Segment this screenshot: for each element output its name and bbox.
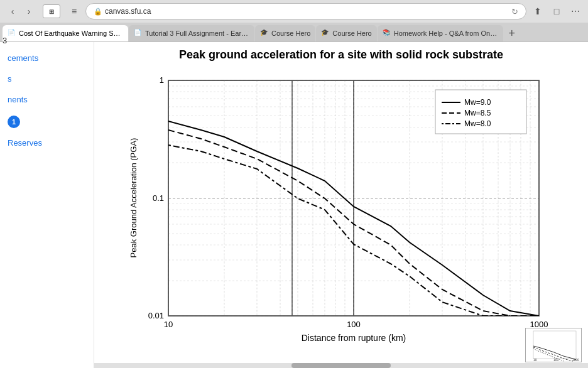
sidebar: cements s nents 1 Reserves [0,42,94,368]
notification-badge: 1 [8,116,20,128]
tab-label-2: Tutorial 3 Full Assignment - Earthquake … [145,30,249,37]
sidebar-item-components[interactable]: nents [0,90,94,111]
tab-3[interactable]: 🎓 Course Hero [255,25,315,41]
y-tick-001: 0.01 [148,311,164,320]
tab-favicon-5: 📚 [383,29,391,38]
x-tick-10: 10 [164,320,173,329]
chart-title: Peak ground acceleration for a site with… [179,48,503,62]
bookmark-icon[interactable]: □ [549,4,564,19]
share-icon[interactable]: ⬆ [530,4,545,19]
sidebar-item-label-5: Reserves [8,138,42,148]
tab-2[interactable]: 📄 Tutorial 3 Full Assignment - Earthquak… [129,25,254,41]
sidebar-item-2[interactable]: s [0,69,94,90]
tab-1[interactable]: 📄 Cost Of Earthquake Warning System [3,25,128,41]
tab-label-3: Course Hero [271,30,310,37]
y-axis-label: Peak Ground Acceleration (PGA) [129,138,138,258]
page-number: 3 [3,36,7,45]
browser-toolbar: ‹ › ⊞ ≡ 🔒 canvas.sfu.ca ↻ ⬆ □ ⋯ [0,0,588,23]
sidebar-item-reserves[interactable]: Reserves [0,133,94,154]
tab-5[interactable]: 📚 Homework Help - Q&A from Online Tuto..… [378,25,503,41]
browser-chrome: ‹ › ⊞ ≡ 🔒 canvas.sfu.ca ↻ ⬆ □ ⋯ 📄 Cost O… [0,0,588,42]
x-axis-label: Distance from rupture (km) [302,333,406,343]
forward-button[interactable]: › [21,4,36,19]
sidebar-item-label-2: s [8,74,12,84]
tab-favicon-4: 🎓 [321,29,330,38]
sidebar-item-label-1: cements [8,53,38,63]
y-tick-01: 0.1 [153,193,164,203]
more-icon[interactable]: ⋯ [568,4,583,19]
url-text: canvas.sfu.ca [105,7,151,16]
x-tick-100: 100 [347,320,361,329]
tab-label-4: Course Hero [332,30,371,37]
lock-icon: 🔒 [94,8,102,16]
legend-label-mw80: Mw=8.0 [464,119,491,128]
tab-overview-icon[interactable]: ⊞ [43,4,60,18]
content-area: Peak ground acceleration for a site with… [94,42,588,368]
chart-svg: 1 0.1 0.01 10 100 1000 Peak Ground Accel… [128,68,555,357]
tab-favicon-1: 📄 [8,29,16,38]
svg-text:10: 10 [533,358,537,362]
sidebar-item-badge[interactable]: 1 [0,111,94,133]
tab-4[interactable]: 🎓 Course Hero [316,25,376,41]
tab-bar: 📄 Cost Of Earthquake Warning System 📄 Tu… [0,23,588,41]
thumbnail: 10 100 1000 [525,328,582,362]
back-button[interactable]: ‹ [5,4,20,19]
tab-label-5: Homework Help - Q&A from Online Tuto... [394,30,498,37]
sidebar-item-label-3: nents [8,95,28,104]
svg-rect-63 [533,331,576,359]
scrollbar-thumb[interactable] [291,363,390,368]
nav-buttons: ‹ › [5,4,36,19]
tab-favicon-3: 🎓 [260,29,269,38]
sidebar-item-displacements[interactable]: cements [0,48,94,69]
main-content: 3 cements s nents 1 Reserves Peak ground… [0,42,588,368]
svg-text:100: 100 [553,358,559,362]
legend-label-mw90: Mw=9.0 [464,98,491,107]
chart-container: 1 0.1 0.01 10 100 1000 Peak Ground Accel… [128,68,555,357]
toolbar-right: ⬆ □ ⋯ [530,4,583,19]
new-tab-button[interactable]: + [504,25,520,41]
tab-favicon-2: 📄 [134,29,143,38]
tab-label-1: Cost Of Earthquake Warning System [19,30,123,37]
y-tick-1: 1 [160,75,164,85]
horizontal-scrollbar[interactable] [94,363,588,368]
legend-label-mw85: Mw=8.5 [464,109,491,117]
svg-text:1000: 1000 [572,358,579,362]
address-bar[interactable]: 🔒 canvas.sfu.ca ↻ [85,3,526,19]
reload-icon: ↻ [511,7,518,16]
menu-button[interactable]: ≡ [67,4,82,19]
